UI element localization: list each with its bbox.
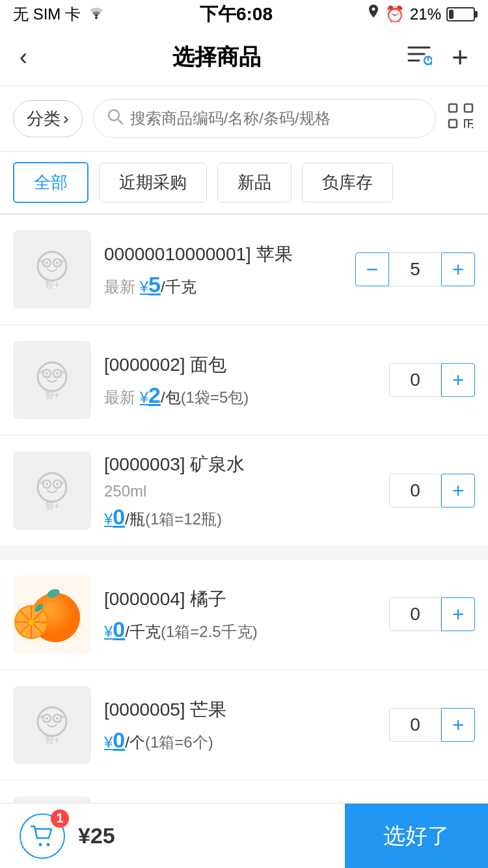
quantity-input[interactable] <box>389 363 441 397</box>
cart-icon <box>30 825 55 847</box>
quantity-increase-button[interactable]: + <box>441 363 475 397</box>
product-list: 智+ 00000010000001] 苹果 最新 ¥5/千克 − + <box>0 215 488 868</box>
quantity-input[interactable] <box>389 597 441 631</box>
svg-text:智+: 智+ <box>45 390 59 400</box>
battery-percent: 21% <box>410 5 441 23</box>
svg-line-6 <box>431 63 432 64</box>
quantity-control: + <box>389 597 475 631</box>
filter-bar: 分类 › <box>0 86 488 152</box>
status-right: ⏰ 21% <box>367 5 475 24</box>
product-name: [0000005] 芒果 <box>104 698 376 722</box>
tab-all[interactable]: 全部 <box>13 162 88 203</box>
svg-rect-10 <box>465 104 472 112</box>
svg-point-42 <box>38 707 66 736</box>
product-price: 最新 ¥2/包(1袋=5包) <box>104 383 376 408</box>
category-button[interactable]: 分类 › <box>13 100 83 137</box>
scan-button[interactable] <box>446 102 475 135</box>
product-placeholder-icon: 智+ <box>26 243 78 295</box>
product-placeholder-icon: 智+ <box>26 465 78 517</box>
quantity-increase-button[interactable]: + <box>441 597 475 631</box>
product-price: 最新 ¥5/千克 <box>104 272 342 297</box>
nav-bar: ‹ 选择商品 + <box>0 29 488 86</box>
cart-section: 1 ¥25 <box>0 813 345 859</box>
tab-recent[interactable]: 近期采购 <box>99 163 207 202</box>
svg-point-27 <box>56 372 59 375</box>
quantity-increase-button[interactable]: + <box>441 474 475 508</box>
product-details: [0000004] 橘子 ¥0/千克(1箱=2.5千克) <box>104 587 376 642</box>
alarm-icon: ⏰ <box>385 5 405 23</box>
nav-actions: + <box>406 41 468 74</box>
list-item: 智+ [0000003] 矿泉水 250ml ¥0/瓶(1箱=12瓶) + <box>0 436 488 545</box>
battery-icon <box>446 7 475 21</box>
svg-point-59 <box>47 843 50 846</box>
location-icon <box>367 5 380 24</box>
category-chevron: › <box>63 109 69 129</box>
svg-text:智+: 智+ <box>45 500 59 511</box>
search-icon <box>107 108 124 129</box>
tab-negative-stock[interactable]: 负库存 <box>302 163 393 202</box>
svg-point-17 <box>38 252 66 280</box>
quantity-control: + <box>389 474 475 508</box>
category-label: 分类 <box>27 107 61 130</box>
product-price: ¥0/个(1箱=6个) <box>104 727 376 753</box>
confirm-button[interactable]: 选好了 <box>345 804 488 869</box>
quantity-input[interactable] <box>389 708 441 742</box>
list-item: 智+ [0000005] 芒果 ¥0/个(1箱=6个) + <box>0 670 488 780</box>
svg-line-8 <box>118 119 122 124</box>
product-image: 智+ <box>13 686 91 764</box>
search-box <box>93 99 436 138</box>
cart-total: ¥25 <box>78 823 115 848</box>
product-name: 00000010000001] 苹果 <box>104 242 342 267</box>
svg-point-20 <box>46 262 48 264</box>
quantity-increase-button[interactable]: + <box>441 708 475 742</box>
product-placeholder-icon: 智+ <box>26 699 78 751</box>
svg-point-58 <box>39 843 42 846</box>
bottom-bar: 1 ¥25 选好了 <box>0 803 488 868</box>
cart-badge: 1 <box>51 809 69 828</box>
product-name: [0000003] 矿泉水 <box>104 452 376 477</box>
product-image: 智+ <box>13 341 91 419</box>
filter-button[interactable] <box>406 42 432 72</box>
tab-new[interactable]: 新品 <box>217 163 291 202</box>
product-name: [0000002] 面包 <box>104 353 376 377</box>
quantity-decrease-button[interactable]: − <box>355 252 389 286</box>
quantity-input[interactable] <box>389 252 441 286</box>
status-left: 无 SIM 卡 <box>13 4 105 25</box>
svg-rect-9 <box>449 104 457 112</box>
quantity-input[interactable] <box>389 474 441 508</box>
quantity-control: + <box>389 363 475 397</box>
product-image: 智+ <box>13 230 91 308</box>
product-image <box>13 575 91 653</box>
svg-point-26 <box>46 372 48 375</box>
back-button[interactable]: ‹ <box>20 44 27 71</box>
list-item: 智+ 00000010000001] 苹果 最新 ¥5/千克 − + <box>0 215 488 324</box>
product-spec: 250ml <box>104 482 376 500</box>
quantity-control: − + <box>355 252 475 286</box>
status-time: 下午6:08 <box>200 2 273 27</box>
product-details: [0000005] 芒果 ¥0/个(1箱=6个) <box>104 698 376 753</box>
svg-point-45 <box>46 717 48 720</box>
page-title: 选择商品 <box>172 42 261 72</box>
svg-point-29 <box>38 473 66 502</box>
list-item: 智+ [0000002] 面包 最新 ¥2/包(1袋=5包) + <box>0 325 488 435</box>
svg-point-0 <box>95 17 98 20</box>
product-name: [0000004] 橘子 <box>104 587 376 612</box>
svg-point-33 <box>56 483 59 485</box>
add-button[interactable]: + <box>452 41 468 74</box>
quantity-control: + <box>389 708 475 742</box>
search-input[interactable] <box>130 109 422 128</box>
orange-image <box>13 575 91 653</box>
wifi-icon <box>87 5 105 23</box>
tab-bar: 全部 近期采购 新品 负库存 <box>0 152 488 215</box>
product-image: 智+ <box>13 452 91 530</box>
svg-point-32 <box>46 483 48 485</box>
svg-rect-11 <box>449 120 457 128</box>
product-details: [0000002] 面包 最新 ¥2/包(1袋=5包) <box>104 353 376 408</box>
product-price: ¥0/千克(1箱=2.5千克) <box>104 617 376 642</box>
svg-point-40 <box>29 619 34 625</box>
cart-button[interactable]: 1 <box>20 813 65 859</box>
svg-text:智+: 智+ <box>45 735 59 745</box>
list-item: [0000004] 橘子 ¥0/千克(1箱=2.5千克) + <box>0 560 488 669</box>
carrier-text: 无 SIM 卡 <box>13 4 81 25</box>
quantity-increase-button[interactable]: + <box>441 252 475 286</box>
